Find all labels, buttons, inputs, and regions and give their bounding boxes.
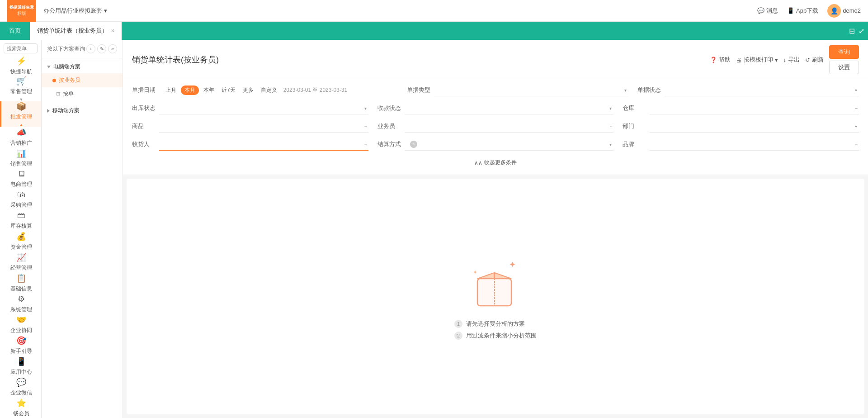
hint-text-1: 请先选择要分析的方案 bbox=[466, 320, 525, 328]
warehouse-control[interactable]: ··· bbox=[650, 102, 859, 114]
refresh-btn[interactable]: ↺ 刷新 bbox=[805, 56, 824, 64]
print-btn[interactable]: 🖨 按模板打印 ▾ bbox=[736, 56, 778, 64]
scheme-item-salesperson[interactable]: 按业务员 bbox=[42, 73, 123, 87]
brand-control[interactable]: ··· bbox=[650, 138, 859, 151]
date-range-display: 2023-03-01 至 2023-03-31 bbox=[283, 86, 347, 94]
tab-active[interactable]: 销货单统计表（按业务员） × bbox=[30, 22, 122, 40]
scheme-sub-item-order[interactable]: ⊞ 按单 bbox=[42, 87, 123, 100]
dropdown-arrow-icon: ▾ bbox=[609, 142, 612, 147]
custom-btn[interactable]: 自定义 bbox=[258, 86, 280, 95]
empty-box-svg: ✦ ✦ bbox=[466, 254, 525, 313]
sidebar-item-basic[interactable]: 📋 基础信息 bbox=[0, 272, 41, 293]
tab-home[interactable]: 首页 bbox=[0, 22, 30, 40]
search-input[interactable] bbox=[4, 43, 38, 53]
logo-text: 畅捷通好生意 bbox=[9, 5, 34, 10]
doc-status-control[interactable]: ▾ bbox=[665, 84, 859, 96]
dropdown-arrow-icon: ▾ bbox=[624, 87, 627, 92]
settlement-label: 结算方式 bbox=[377, 140, 405, 148]
collapse-scheme-btn[interactable]: « bbox=[108, 44, 117, 53]
wechat-icon: 💬 bbox=[16, 377, 26, 387]
sidebar-item-label: 采购管理 bbox=[10, 201, 32, 209]
sidebar-item-label: 新手引导 bbox=[10, 347, 32, 355]
mobile-group-header[interactable]: 移动端方案 bbox=[42, 104, 123, 117]
right-panel: 销货单统计表(按业务员) ❓ 帮助 🖨 按模板打印 ▾ ↓ 导出 bbox=[123, 40, 868, 418]
dots-icon: ··· bbox=[364, 123, 367, 130]
sidebar-item-inventory[interactable]: 🗃 库存核算 bbox=[0, 210, 41, 231]
content-area: 按以下方案查询 + ✎ « 电脑端方案 按业务员 ⊞ 按单 bbox=[42, 40, 868, 418]
help-btn[interactable]: ❓ 帮助 bbox=[710, 56, 731, 64]
user-profile[interactable]: 👤 demo2 bbox=[827, 4, 861, 18]
dropdown-arrow-icon: ▾ bbox=[364, 105, 367, 110]
sidebar-item-enterprise[interactable]: 🤝 企业协同 bbox=[0, 314, 41, 335]
doc-type-control[interactable]: ▾ bbox=[434, 84, 628, 96]
collapse-up-icon: ∧∧ bbox=[474, 160, 482, 166]
hint-2: 2 用过滤条件来缩小分析范围 bbox=[454, 332, 537, 340]
collapse-conditions-btn[interactable]: ∧∧ 收起更多条件 bbox=[474, 156, 517, 169]
dots-icon: ··· bbox=[364, 141, 367, 148]
main-layout: ⚡ 快捷导航 🛒 零售管理 ▼ 📦 批发管理 ▲ 📣 营销推广 📊 销售管理 🖥… bbox=[0, 40, 868, 418]
maximize-icon[interactable]: ⤢ bbox=[859, 27, 864, 35]
sidebar-item-ecommerce[interactable]: 🖥 电商管理 bbox=[0, 168, 41, 189]
stock-status-control[interactable]: ▾ bbox=[159, 102, 368, 114]
sidebar-item-finance[interactable]: 💰 资金管理 bbox=[0, 231, 41, 252]
payment-status-label: 收款状态 bbox=[377, 104, 405, 112]
filter-settlement: 结算方式 × ▾ bbox=[377, 138, 614, 151]
prev-month-btn[interactable]: 上月 bbox=[163, 86, 179, 95]
goods-control[interactable]: ··· bbox=[159, 120, 368, 133]
hint-num-2: 2 bbox=[454, 332, 462, 340]
dropdown-arrow-icon: ▾ bbox=[855, 124, 857, 128]
add-scheme-btn[interactable]: + bbox=[86, 44, 95, 53]
wholesale-icon: 📦 bbox=[16, 101, 26, 111]
logo-subtext: 标版 bbox=[17, 10, 26, 16]
edit-scheme-btn[interactable]: ✎ bbox=[97, 44, 106, 53]
message-action[interactable]: 💬 消息 bbox=[757, 7, 778, 15]
export-btn[interactable]: ↓ 导出 bbox=[783, 56, 800, 64]
app-download-action[interactable]: 📱 App下载 bbox=[787, 7, 818, 15]
sidebar-item-wholesale[interactable]: 📦 批发管理 ▲ bbox=[0, 101, 41, 127]
settlement-control[interactable]: × ▾ bbox=[405, 138, 614, 151]
sidebar-item-sales[interactable]: 📊 销售管理 bbox=[0, 147, 41, 168]
sidebar-item-newbie[interactable]: 🎯 新手引导 bbox=[0, 335, 41, 356]
finance-icon: 💰 bbox=[16, 232, 26, 242]
filter-area: 单据日期 上月 本月 本年 近7天 更多 自定义 2023-03-01 至 20… bbox=[123, 78, 868, 175]
sidebar-item-retail[interactable]: 🛒 零售管理 ▼ bbox=[0, 76, 41, 101]
more-btn[interactable]: 更多 bbox=[240, 86, 256, 95]
purchase-icon: 🛍 bbox=[17, 190, 25, 200]
sidebar-item-label: 资金管理 bbox=[10, 243, 32, 251]
settings-button[interactable]: 设置 bbox=[829, 61, 859, 74]
desktop-group-header[interactable]: 电脑端方案 bbox=[42, 60, 123, 73]
clear-settlement-btn[interactable]: × bbox=[410, 141, 417, 148]
enterprise-icon: 🤝 bbox=[16, 315, 26, 325]
sidebar-item-quick[interactable]: ⚡ 快捷导航 bbox=[0, 55, 41, 76]
sidebar-item-label: 快捷导航 bbox=[10, 68, 32, 76]
query-button[interactable]: 查询 bbox=[829, 45, 859, 59]
ecommerce-icon: 🖥 bbox=[17, 169, 25, 179]
receiver-control[interactable]: ··· bbox=[159, 138, 368, 151]
dept-control[interactable]: ▾ bbox=[650, 120, 859, 133]
minimize-icon[interactable]: ⊟ bbox=[849, 27, 855, 35]
quick-nav-icon: ⚡ bbox=[16, 56, 26, 66]
sidebar-item-member[interactable]: ⭐ 畅会员 bbox=[0, 397, 41, 418]
goods-label: 商品 bbox=[132, 122, 159, 130]
sidebar-item-system[interactable]: ⚙ 系统管理 bbox=[0, 293, 41, 314]
tab-close-icon[interactable]: × bbox=[111, 28, 114, 34]
cur-month-btn[interactable]: 本月 bbox=[181, 86, 199, 95]
payment-status-control[interactable]: ▾ bbox=[405, 102, 614, 114]
sidebar-item-apps[interactable]: 📱 应用中心 bbox=[0, 356, 41, 376]
sidebar-item-wechat[interactable]: 💬 企业微信 bbox=[0, 376, 41, 397]
sidebar-item-operation[interactable]: 📈 经营管理 bbox=[0, 252, 41, 272]
sidebar-item-label: 企业协同 bbox=[10, 327, 32, 334]
salesperson-control[interactable]: ··· bbox=[405, 120, 614, 133]
sidebar-item-purchase[interactable]: 🛍 采购管理 bbox=[0, 189, 41, 210]
home-label: 首页 bbox=[9, 27, 21, 35]
cur-year-btn[interactable]: 本年 bbox=[201, 86, 217, 95]
sidebar-item-marketing[interactable]: 📣 营销推广 bbox=[0, 127, 41, 147]
date-quick-btns: 上月 本月 本年 近7天 更多 自定义 bbox=[163, 86, 280, 95]
tabbar: 首页 销货单统计表（按业务员） × ⊟ ⤢ bbox=[0, 22, 868, 40]
app-selector[interactable]: 办公用品行业模拟账套 ▾ bbox=[40, 5, 111, 17]
sidebar-item-label: 销售管理 bbox=[10, 160, 32, 168]
active-dot-icon bbox=[52, 79, 56, 82]
topbar-right: 💬 消息 📱 App下载 👤 demo2 bbox=[757, 4, 861, 18]
basic-icon: 📋 bbox=[16, 273, 26, 283]
7days-btn[interactable]: 近7天 bbox=[219, 86, 238, 95]
